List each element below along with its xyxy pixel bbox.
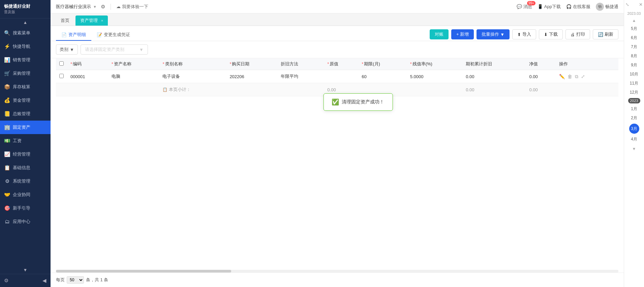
header-period: *期限(月) (358, 58, 406, 70)
header-original-value: *原值 (324, 58, 358, 70)
tab-close-icon[interactable]: × (101, 19, 103, 23)
experience-button[interactable]: ☁ 我要体验一下 (116, 4, 148, 10)
sidebar-item-ledger[interactable]: 📒 总账管理 (0, 107, 51, 121)
select-all-checkbox[interactable] (59, 61, 64, 66)
batch-operation-button[interactable]: 批量操作 ▼ (477, 29, 510, 39)
messages-icon: 💬 (517, 4, 522, 9)
subtabs: 📄 资产明细 📝 变更生成凭证 对账 + 新增 批量操作 ▼ (51, 26, 624, 41)
service-icon: 🎧 (566, 4, 572, 9)
row-net-value: 0.00 (526, 70, 555, 83)
timeline-month-1[interactable]: 1月 (624, 104, 644, 114)
new-button[interactable]: + 新增 (451, 29, 474, 39)
sidebar-item-salary[interactable]: 💵 工资 (0, 134, 51, 148)
horizontal-scrollbar[interactable] (56, 270, 618, 273)
assets-table: *编码 *资产名称 *类别名称 *购买日期 折旧方法 *原值 *期限(月) *残… (56, 58, 618, 96)
settings-icon[interactable]: ⚙ (4, 278, 8, 284)
timeline-month-4[interactable]: 4月 (624, 135, 644, 144)
timeline-month-8[interactable]: 8月 (624, 52, 644, 61)
sidebar-item-search[interactable]: 🔍 搜索菜单 (0, 26, 51, 40)
copy-icon[interactable]: ⧉ (575, 74, 578, 79)
row-checkbox[interactable] (56, 70, 67, 83)
scrollbar-thumb[interactable] (56, 270, 231, 273)
sidebar-item-basic-info[interactable]: 📋 基础信息 (0, 161, 51, 174)
sidebar-scroll-up[interactable]: ▲ (0, 19, 51, 26)
timeline-month-5[interactable]: 5月 (624, 24, 644, 33)
sidebar-item-quick-nav[interactable]: ⚡ 快捷导航 (0, 40, 51, 53)
header-category: *类别名称 (159, 58, 226, 70)
timeline-month-9[interactable]: 9月 (624, 61, 644, 70)
subtotal-label: 本页小计： (169, 87, 191, 92)
sidebar-item-inventory[interactable]: 📦 库存核算 (0, 80, 51, 94)
company-selector[interactable]: 医疗器械行业演示 ▼ (56, 4, 97, 10)
timeline-year-2023[interactable]: 2023 (628, 98, 640, 103)
header-code: *编码 (67, 58, 108, 70)
topbar-settings-icon[interactable]: ⚙ (101, 4, 105, 10)
close-panel-icon[interactable]: ✕ (639, 2, 643, 7)
sidebar-item-purchase[interactable]: 🛒 采购管理 (0, 67, 51, 80)
search-icon: 🔍 (4, 30, 10, 36)
sidebar-item-guide[interactable]: 🎯 新手引导 (0, 201, 51, 215)
subtotal-initial-depreciation: 0.00 (462, 83, 526, 96)
system-icon: ⚙ (4, 178, 10, 184)
timeline-down-icon[interactable]: ▼ (631, 145, 638, 153)
per-page-select[interactable]: 50 10 20 100 (67, 276, 84, 284)
more-icon[interactable]: ⤢ (581, 74, 585, 79)
print-button[interactable]: 🖨 打印 (565, 29, 590, 39)
delete-icon[interactable]: 🗑 (568, 74, 572, 79)
basic-info-icon: 📋 (4, 165, 10, 171)
main-area: 医疗器械行业演示 ▼ ⚙ ☁ 我要体验一下 💬 消息 99+ 📱 App下载 🎧… (51, 0, 624, 287)
sidebar-item-capital[interactable]: 💰 资金管理 (0, 94, 51, 107)
header-purchase-date: *购买日期 (226, 58, 277, 70)
tabs-bar: 首页 资产管理 × (51, 13, 624, 26)
timeline-up-icon[interactable]: ▲ (631, 17, 638, 24)
subtab-asset-detail[interactable]: 📄 资产明细 (56, 29, 91, 41)
toast-message: 清理固定资产成功！ (342, 99, 384, 105)
header-name: *资产名称 (108, 58, 159, 70)
topbar: 医疗器械行业演示 ▼ ⚙ ☁ 我要体验一下 💬 消息 99+ 📱 App下载 🎧… (51, 0, 624, 13)
timeline-month-12[interactable]: 12月 (624, 88, 644, 97)
row-residual-rate: 5.0000 (407, 70, 463, 83)
timeline-month-11[interactable]: 11月 (624, 79, 644, 88)
sidebar-menu: 🔍 搜索菜单 ⚡ 快捷导航 📊 销售管理 🛒 采购管理 📦 库存核算 💰 资金管… (0, 26, 51, 266)
header-action: 操作 (556, 58, 618, 70)
timeline-month-7[interactable]: 7月 (624, 42, 644, 52)
expand-panel-icon[interactable]: ⤡ (625, 2, 629, 7)
print-icon: 🖨 (571, 32, 575, 37)
sidebar-scroll-down[interactable]: ▼ (0, 266, 51, 274)
header-checkbox[interactable] (56, 58, 67, 70)
sidebar-item-system[interactable]: ⚙ 系统管理 (0, 174, 51, 188)
subtab-change-voucher[interactable]: 📝 变更生成凭证 (91, 29, 135, 41)
messages-button[interactable]: 💬 消息 99+ (517, 4, 532, 10)
salary-icon: 💵 (4, 138, 10, 144)
timeline-month-2[interactable]: 2月 (624, 114, 644, 123)
row-initial-depreciation: 0.00 (462, 70, 526, 83)
reconcile-button[interactable]: 对账 (430, 29, 449, 39)
filter-chevron-icon: ▼ (70, 47, 74, 52)
sidebar-item-sales[interactable]: 📊 销售管理 (0, 53, 51, 67)
tab-home[interactable]: 首页 (56, 15, 74, 26)
sidebar-item-operations[interactable]: 📈 经营管理 (0, 148, 51, 161)
import-button[interactable]: ⬆ 导入 (512, 29, 536, 39)
download-button[interactable]: ⬇ 下载 (539, 29, 563, 39)
app-center-icon: 🗂 (4, 219, 10, 224)
online-service-button[interactable]: 🎧 在线客服 (566, 4, 590, 10)
timeline-month-6[interactable]: 6月 (624, 33, 644, 42)
sidebar-item-app-center[interactable]: 🗂 应用中心 (0, 215, 51, 228)
input-chevron-icon: ▼ (139, 47, 144, 52)
user-menu[interactable]: 畅 畅捷通 (596, 3, 618, 11)
category-input[interactable]: 请选择固定资产类别 ▼ (81, 44, 148, 55)
app-download-button[interactable]: 📱 App下载 (538, 4, 561, 10)
timeline-month-3-active[interactable]: 3月 (629, 124, 639, 134)
timeline-panel: ✕ ⤡ 2023.03 ▲ 5月 6月 7月 8月 9月 10月 11月 12月… (624, 0, 644, 287)
timeline-month-10[interactable]: 10月 (624, 70, 644, 79)
row-name: 电脑 (108, 70, 159, 83)
subtotal-net-value: 0.00 (526, 83, 555, 96)
category-filter[interactable]: 类别 ▼ (56, 44, 78, 55)
tab-asset-management[interactable]: 资产管理 × (75, 15, 108, 26)
edit-icon[interactable]: ✏️ (559, 74, 565, 79)
sidebar-item-fixed-assets[interactable]: 🏢 固定资产 (0, 121, 51, 134)
sidebar-item-enterprise[interactable]: 🤝 企业协同 (0, 188, 51, 201)
refresh-button[interactable]: 🔄 刷新 (593, 29, 618, 39)
collapse-icon[interactable]: ◀ (42, 278, 47, 284)
per-page-label: 每页 (56, 277, 65, 283)
